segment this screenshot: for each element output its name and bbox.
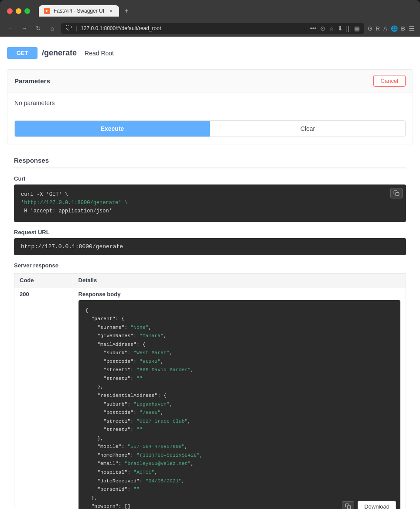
response-details-cell: Response body { "parent": { "surname": "… [73, 287, 406, 509]
method-badge: GET [7, 47, 38, 59]
rb-line24: "newborn": [] [85, 503, 131, 509]
details-header: Details [73, 273, 406, 287]
rb-line2: "parent": { [85, 316, 125, 321]
rb-line19: "email": "bradley950@velez.net", [85, 461, 194, 466]
request-url-section: Request URL http://127.0.0.1:8000/genera… [14, 229, 406, 255]
forward-button[interactable]: → [19, 23, 30, 34]
menu-icon[interactable]: ☰ [409, 24, 415, 33]
code-header: Code [14, 273, 73, 287]
parameters-section: Parameters Cancel No parameters Execute … [7, 69, 413, 144]
profile-b-icon[interactable]: B [401, 25, 405, 32]
rb-line7: "postcode": "86242", [85, 359, 164, 364]
minimize-button[interactable] [16, 8, 21, 14]
tab-bar: F FastAPI - Swagger UI ✕ + [39, 5, 413, 17]
new-tab-button[interactable]: + [121, 5, 132, 17]
rb-line14: "street1": "0027 Grace Club", [85, 418, 191, 424]
rb-line20: "hospital": "ACTCC", [85, 469, 158, 475]
copy-curl-button[interactable] [390, 188, 403, 198]
home-button[interactable]: ⌂ [47, 23, 58, 34]
response-body-label: Response body [79, 291, 400, 297]
server-response-title: Server response [14, 262, 406, 269]
title-bar: F FastAPI - Swagger UI ✕ + [0, 0, 420, 20]
response-code-cell: 200 [14, 287, 73, 509]
rb-line17: "mobile": "557-564-4798x7909", [85, 444, 188, 449]
profile-g-icon[interactable]: G [368, 25, 372, 32]
server-response-section: Server response Code Details 200 [14, 262, 406, 509]
more-icon[interactable]: ••• [310, 25, 317, 32]
tab-title: FastAPI - Swagger UI [54, 8, 104, 14]
table-row: 200 Response body { "parent": { [14, 287, 406, 509]
execute-button[interactable]: Execute [15, 121, 210, 137]
nav-bar: ← → ↻ ⌂ 🛡 | ••• ⊙ ☆ ⬇ ||| ▤ G R A 🌐 B ☰ [0, 20, 420, 37]
library-icon[interactable]: ||| [346, 25, 351, 32]
address-separator: | [76, 25, 77, 31]
curl-line3: -H 'accept: application/json' [21, 208, 112, 214]
rb-line23: }, [85, 495, 98, 501]
traffic-lights [7, 8, 30, 14]
reader-icon[interactable]: ▤ [354, 25, 360, 32]
response-body-section: Response body { "parent": { "surname": "… [79, 291, 400, 509]
response-actions: Download [342, 501, 396, 509]
tab-close-button[interactable]: ✕ [108, 8, 114, 14]
curl-label: Curl [14, 175, 406, 182]
address-bar[interactable] [81, 25, 307, 31]
rb-line21: "dateReceived": "04/05/2021", [85, 478, 185, 484]
rb-line6: "suburb": "West Sarah", [85, 350, 173, 355]
bookmark-icon[interactable]: ☆ [329, 25, 334, 32]
close-button[interactable] [7, 8, 13, 14]
rb-line4: "givenNames": "Tamara", [85, 333, 167, 338]
browser-window: F FastAPI - Swagger UI ✕ + ← → ↻ ⌂ 🛡 | •… [0, 0, 420, 509]
rb-line13: "postcode": "78896", [85, 410, 164, 415]
cancel-button[interactable]: Cancel [373, 75, 406, 87]
response-body-code-block: { "parent": { "surname": "None", "givenN… [79, 300, 400, 509]
address-bar-container: 🛡 | ••• ⊙ ☆ ⬇ ||| ▤ [61, 23, 364, 34]
profile-a-icon[interactable]: A [383, 25, 387, 32]
svg-rect-1 [347, 506, 351, 509]
curl-line1: curl -X 'GET' \ [21, 191, 68, 198]
nav-icons: ••• ⊙ ☆ ⬇ ||| ▤ [310, 25, 360, 32]
request-url-label: Request URL [14, 229, 406, 236]
endpoint-header: GET /generate Read Root [7, 44, 413, 62]
responses-title: Responses [14, 157, 406, 168]
endpoint-description: Read Root [85, 50, 114, 57]
download-nav-icon[interactable]: ⬇ [338, 25, 343, 32]
download-button[interactable]: Download [358, 501, 396, 509]
no-params-text: No parameters [7, 92, 413, 113]
maximize-button[interactable] [24, 8, 30, 14]
rb-line5: "mailAddress": { [85, 342, 146, 347]
active-tab[interactable]: F FastAPI - Swagger UI ✕ [39, 5, 119, 17]
endpoint-path: /generate [42, 48, 77, 58]
rb-line22: "personId": "" [85, 486, 140, 492]
shield-icon: 🛡 [65, 24, 72, 32]
rb-line10: }, [85, 384, 103, 389]
copy-response-button[interactable] [342, 501, 354, 509]
clear-button[interactable]: Clear [210, 121, 405, 137]
responses-section: Responses Curl curl -X 'GET' \ 'http://1… [7, 151, 413, 509]
svg-rect-0 [396, 192, 399, 196]
rb-line9: "street2": "" [85, 376, 143, 381]
request-url-display: http://127.0.0.1:8000/generate [14, 238, 406, 255]
response-table: Code Details 200 Response body [14, 273, 406, 509]
swagger-container: GET /generate Read Root Parameters Cance… [0, 37, 420, 509]
rb-line11: "residentialAddress": { [85, 393, 167, 398]
section-header: Parameters Cancel [7, 70, 413, 92]
globe-icon[interactable]: 🌐 [391, 25, 398, 32]
refresh-button[interactable]: ↻ [33, 23, 44, 34]
rb-line16: }, [85, 435, 103, 441]
rb-line12: "suburb": "Loganhaven", [85, 401, 173, 407]
parameters-title: Parameters [14, 77, 50, 85]
profile-r-icon[interactable]: R [376, 25, 380, 32]
rb-line8: "street1": "865 David Garden", [85, 367, 194, 372]
curl-code-block: curl -X 'GET' \ 'http://127.0.0.1:8000/g… [14, 184, 406, 222]
curl-line2: 'http://127.0.0.1:8000/generate' \ [21, 200, 128, 206]
tab-favicon: F [44, 8, 50, 14]
rb-line3: "surname": "None", [85, 325, 152, 330]
back-button[interactable]: ← [5, 23, 16, 34]
rb-line18: "homePhone": "(333)780-5012x58428", [85, 452, 203, 458]
action-buttons: Execute Clear [14, 120, 406, 137]
rb-line15: "street2": "" [85, 427, 143, 432]
curl-section: Curl curl -X 'GET' \ 'http://127.0.0.1:8… [14, 175, 406, 222]
rb-line1: { [85, 307, 89, 313]
pocket-icon[interactable]: ⊙ [320, 25, 325, 32]
browser-nav-icons: G R A 🌐 B ☰ [368, 24, 415, 33]
